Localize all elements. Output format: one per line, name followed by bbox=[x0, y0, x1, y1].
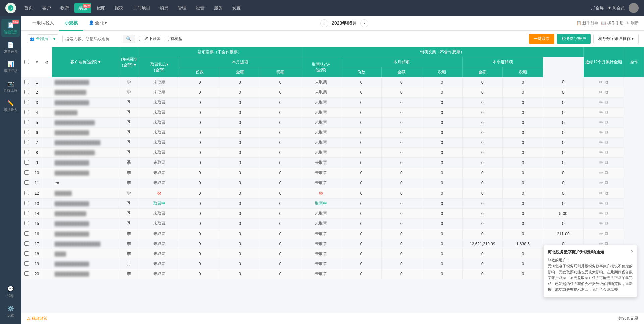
new-guide-link[interactable]: 📋 新手引导 bbox=[576, 20, 598, 26]
sidebar-item-settings[interactable]: ⚙️ 设置 bbox=[1, 302, 20, 320]
has-tax-checkbox[interactable] bbox=[165, 37, 169, 41]
nav-operate[interactable]: 经营 bbox=[192, 3, 209, 13]
nav-accounting[interactable]: 记账 bbox=[93, 3, 109, 13]
copy-icon[interactable]: ⧉ bbox=[605, 211, 608, 216]
row-checkbox[interactable] bbox=[24, 241, 29, 246]
copy-icon[interactable]: ⧉ bbox=[605, 150, 608, 155]
header-out-fetch-status[interactable]: 取票状态▾(全部) bbox=[301, 57, 341, 77]
copy-icon[interactable]: ⧉ bbox=[605, 100, 608, 105]
edit-icon[interactable]: ✏ bbox=[599, 231, 603, 237]
period-next-button[interactable]: › bbox=[360, 19, 368, 27]
refresh-link[interactable]: ↻ 刷新 bbox=[626, 20, 639, 26]
sub-ledger-checkbox-label[interactable]: 名下账套 bbox=[139, 36, 161, 42]
tax-digital-button[interactable]: 税务数字账户 bbox=[557, 34, 591, 44]
copy-icon[interactable]: ⧉ bbox=[605, 130, 608, 135]
tab-general-taxpayer[interactable]: 一般纳税人 bbox=[27, 16, 59, 31]
row-checkbox[interactable] bbox=[24, 90, 29, 94]
select-all-checkbox[interactable] bbox=[24, 60, 29, 64]
edit-icon[interactable]: ✏ bbox=[599, 180, 603, 186]
nav-service[interactable]: 服务 bbox=[210, 3, 227, 13]
edit-icon[interactable]: ✏ bbox=[599, 130, 603, 135]
tab-all[interactable]: 👤 全能 ▾ bbox=[83, 16, 112, 31]
sidebar-item-scan-upload[interactable]: 📷 扫描上传 bbox=[1, 77, 20, 95]
nav-manage[interactable]: 管理 bbox=[174, 3, 191, 13]
sidebar-item-invoice-summary[interactable]: 📊 票据汇总 bbox=[1, 58, 20, 76]
row-checkbox[interactable] bbox=[24, 160, 29, 165]
copy-icon[interactable]: ⧉ bbox=[605, 160, 608, 166]
one-key-fetch-button[interactable]: 一键取票 bbox=[529, 34, 554, 44]
row-checkbox[interactable] bbox=[24, 271, 29, 276]
edit-icon[interactable]: ✏ bbox=[599, 170, 603, 176]
edit-icon[interactable]: ✏ bbox=[599, 190, 603, 196]
sidebar-item-invoice-entry[interactable]: ✏️ 票据录入 bbox=[1, 96, 20, 115]
row-checkbox[interactable] bbox=[24, 150, 29, 154]
employee-filter[interactable]: 👥 全部员工 ▾ bbox=[27, 34, 58, 43]
has-tax-checkbox-label[interactable]: 有税盘 bbox=[165, 36, 182, 42]
header-name[interactable]: 客户名称(全部) ▾ bbox=[52, 47, 119, 77]
edit-icon[interactable]: ✏ bbox=[599, 211, 603, 216]
header-period[interactable]: 纳税周期(全部) ▾ bbox=[119, 47, 139, 77]
row-checkbox[interactable] bbox=[24, 170, 29, 175]
period-prev-button[interactable]: ‹ bbox=[320, 19, 328, 27]
row-checkbox[interactable] bbox=[24, 120, 29, 124]
edit-icon[interactable]: ✏ bbox=[599, 89, 603, 95]
edit-icon[interactable]: ✏ bbox=[599, 160, 603, 166]
nav-message[interactable]: 消息 bbox=[156, 3, 172, 13]
copy-icon[interactable]: ⧉ bbox=[605, 221, 608, 226]
copy-icon[interactable]: ⧉ bbox=[605, 120, 608, 125]
edit-icon[interactable]: ✏ bbox=[599, 221, 603, 226]
copy-icon[interactable]: ⧉ bbox=[605, 89, 608, 95]
nav-settings[interactable]: 设置 bbox=[228, 3, 245, 13]
row-checkbox[interactable] bbox=[24, 201, 29, 205]
sub-ledger-checkbox[interactable] bbox=[139, 37, 143, 41]
tab-small-scale[interactable]: 小规模 bbox=[59, 16, 83, 31]
row-checkbox[interactable] bbox=[24, 221, 29, 225]
row-checkbox[interactable] bbox=[24, 100, 29, 104]
edit-icon[interactable]: ✏ bbox=[599, 150, 603, 155]
tax-digital-ops-button[interactable]: 税务数字账户操作 ▾ bbox=[593, 34, 639, 44]
copy-icon[interactable]: ⧉ bbox=[605, 190, 608, 196]
copy-icon[interactable]: ⧉ bbox=[605, 180, 608, 186]
copy-icon[interactable]: ⧉ bbox=[605, 79, 608, 85]
nav-fee[interactable]: 收费 bbox=[56, 3, 73, 13]
sidebar-item-smart-fetch[interactable]: 🧾 智能取票 new bbox=[1, 19, 20, 37]
row-checkbox[interactable] bbox=[24, 130, 29, 134]
nav-business[interactable]: 工商项目 bbox=[129, 3, 154, 13]
row-checkbox[interactable] bbox=[24, 191, 29, 195]
header-in-fetch-status[interactable]: 取票状态▾(全部) bbox=[139, 57, 179, 77]
copy-icon[interactable]: ⧉ bbox=[605, 110, 608, 115]
row-checkbox[interactable] bbox=[24, 261, 29, 266]
copy-icon[interactable]: ⧉ bbox=[605, 170, 608, 176]
sidebar-item-invoice-open[interactable]: 📄 发票开具 bbox=[1, 38, 20, 56]
edit-icon[interactable]: ✏ bbox=[599, 140, 603, 145]
copy-icon[interactable]: ⧉ bbox=[605, 201, 608, 206]
nav-customer[interactable]: 客户 bbox=[38, 3, 55, 13]
nav-invoice[interactable]: 票据 new bbox=[74, 3, 91, 13]
row-checkbox[interactable] bbox=[24, 211, 29, 215]
fullscreen-button[interactable]: ⛶ 全屏 bbox=[591, 5, 604, 11]
nav-tax[interactable]: 报税 bbox=[111, 3, 127, 13]
row-checkbox[interactable] bbox=[24, 180, 29, 185]
search-button[interactable]: 🔍 bbox=[123, 35, 135, 43]
notification-close-button[interactable]: × bbox=[631, 248, 634, 255]
row-checkbox[interactable] bbox=[24, 251, 29, 256]
row-in-tax: 0 bbox=[260, 269, 301, 279]
row-checkbox[interactable] bbox=[24, 140, 29, 144]
search-input[interactable] bbox=[63, 35, 123, 43]
sidebar-item-message[interactable]: 💬 消息 bbox=[1, 282, 20, 301]
member-button[interactable]: ★ 购会员 bbox=[608, 5, 625, 11]
edit-icon[interactable]: ✏ bbox=[599, 79, 603, 85]
row-checkbox[interactable] bbox=[24, 110, 29, 114]
row-checkbox[interactable] bbox=[24, 80, 29, 84]
edit-icon[interactable]: ✏ bbox=[599, 201, 603, 206]
row-checkbox[interactable] bbox=[24, 231, 29, 236]
copy-icon[interactable]: ⧉ bbox=[605, 140, 608, 145]
user-avatar[interactable] bbox=[629, 3, 639, 13]
edit-icon[interactable]: ✏ bbox=[599, 110, 603, 115]
edit-icon[interactable]: ✏ bbox=[599, 120, 603, 125]
manual-link[interactable]: 📖 操作手册 bbox=[601, 20, 623, 26]
copy-icon[interactable]: ⧉ bbox=[605, 231, 608, 237]
nav-home[interactable]: 首页 bbox=[20, 3, 37, 13]
tax-policy-link[interactable]: ⚠ 税政政策 bbox=[27, 316, 48, 321]
edit-icon[interactable]: ✏ bbox=[599, 100, 603, 105]
